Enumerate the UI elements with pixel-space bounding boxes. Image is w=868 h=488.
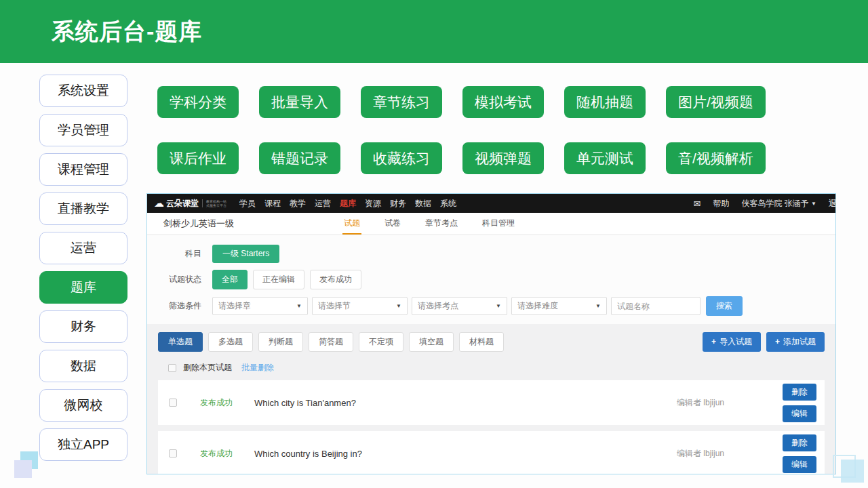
- feature-row-2: 课后作业 错题记录 收藏练习 视频弹题 单元测试 音/视频解析: [157, 142, 829, 174]
- feature-image-video-questions[interactable]: 图片/视频题: [666, 86, 766, 118]
- section-select[interactable]: 请选择节 ▼: [312, 297, 408, 315]
- qtype-short-answer[interactable]: 简答题: [309, 332, 353, 352]
- qtype-true-false[interactable]: 判断题: [258, 332, 303, 352]
- logo: ☁ 云朵课堂 教育机构一站 式服务云平台: [147, 197, 234, 209]
- feature-homework[interactable]: 课后作业: [157, 142, 239, 174]
- logo-name: 云朵课堂: [166, 198, 199, 209]
- bulk-delete-link[interactable]: 批量删除: [241, 362, 274, 373]
- nav-item-students[interactable]: 学员: [239, 198, 256, 209]
- logout-link[interactable]: 退出: [829, 198, 836, 209]
- sidebar-item-system-settings[interactable]: 系统设置: [39, 75, 127, 107]
- sidebar-item-live-teaching[interactable]: 直播教学: [39, 192, 127, 225]
- status-badge: 发布成功: [200, 397, 233, 409]
- chapter-select[interactable]: 请选择章 ▼: [212, 297, 308, 315]
- feature-audio-video-analysis[interactable]: 音/视频解析: [666, 142, 766, 174]
- question-name-input[interactable]: [611, 297, 701, 315]
- condition-label: 筛选条件: [147, 300, 201, 312]
- sidebar-item-data[interactable]: 数据: [39, 350, 127, 382]
- status-filter-row: 试题状态 全部 正在编辑 发布成功: [147, 270, 835, 289]
- plus-icon: +: [775, 337, 780, 346]
- row-actions: 删除 编辑: [783, 384, 816, 422]
- page-title: 系统后台-题库: [52, 16, 202, 47]
- decor-square-bottom-right-fill: [841, 460, 864, 483]
- dropdown-arrow-icon: ▼: [496, 303, 501, 309]
- nav-item-operations[interactable]: 运营: [315, 198, 331, 209]
- editor-label: 编辑者 lbjijun: [677, 448, 724, 460]
- add-question-button[interactable]: +添加试题: [766, 332, 825, 352]
- feature-video-popup-questions[interactable]: 视频弹题: [462, 142, 544, 174]
- question-text: Which country is Beijing in?: [254, 449, 362, 459]
- tab-subject-management[interactable]: 科目管理: [481, 213, 516, 235]
- sidebar-item-micro-school[interactable]: 微网校: [39, 389, 127, 422]
- feature-wrong-question-record[interactable]: 错题记录: [259, 142, 340, 174]
- feature-unit-test[interactable]: 单元测试: [564, 142, 646, 174]
- qtype-material[interactable]: 材料题: [459, 332, 504, 352]
- feature-favorites-practice[interactable]: 收藏练习: [361, 142, 442, 174]
- import-questions-label: 导入试题: [719, 337, 752, 346]
- status-editing-chip[interactable]: 正在编辑: [253, 270, 304, 289]
- decor-square-bottom-left-lavender: [14, 460, 32, 478]
- sidebar-item-standalone-app[interactable]: 独立APP: [39, 428, 127, 461]
- nav-item-courses[interactable]: 课程: [264, 198, 281, 209]
- condition-filter-row: 筛选条件 请选择章 ▼ 请选择节 ▼ 请选择考点 ▼ 请选择难度 ▼ 搜索: [147, 296, 835, 316]
- edit-button[interactable]: 编辑: [783, 456, 816, 473]
- feature-mock-exam[interactable]: 模拟考试: [462, 86, 544, 118]
- nav-item-data[interactable]: 数据: [415, 198, 431, 209]
- sidebar-item-question-bank[interactable]: 题库: [39, 271, 127, 304]
- tab-papers[interactable]: 试卷: [383, 213, 402, 235]
- sidebar-item-finance[interactable]: 财务: [39, 310, 127, 343]
- question-text: Which city is Tian'anmen?: [254, 398, 356, 408]
- tab-questions[interactable]: 试题: [342, 213, 361, 235]
- feature-row-1: 学科分类 批量导入 章节练习 模拟考试 随机抽题 图片/视频题: [157, 86, 829, 118]
- feature-chapter-practice[interactable]: 章节练习: [361, 86, 442, 118]
- edit-button[interactable]: 编辑: [783, 405, 816, 422]
- status-published-chip[interactable]: 发布成功: [310, 270, 361, 289]
- qtype-indefinite[interactable]: 不定项: [359, 332, 403, 352]
- exam-point-select[interactable]: 请选择考点 ▼: [412, 297, 507, 315]
- status-badge: 发布成功: [200, 448, 233, 460]
- delete-button[interactable]: 删除: [783, 384, 816, 401]
- nav-item-system[interactable]: 系统: [440, 198, 456, 209]
- account-menu[interactable]: 侠客岛学院 张涵予 ▼: [741, 198, 816, 209]
- feature-subject-classification[interactable]: 学科分类: [157, 86, 239, 118]
- sidebar-item-course-management[interactable]: 课程管理: [39, 153, 127, 186]
- course-title: 剑桥少儿英语一级: [163, 218, 234, 230]
- plus-icon: +: [711, 337, 716, 346]
- help-link[interactable]: 帮助: [713, 198, 729, 209]
- chevron-down-icon: ▼: [811, 201, 816, 207]
- subject-value-chip[interactable]: 一级 Starters: [212, 245, 279, 263]
- qtype-multiple-choice[interactable]: 多选题: [208, 332, 253, 352]
- row-checkbox[interactable]: [169, 399, 177, 407]
- row-checkbox[interactable]: [169, 449, 177, 458]
- feature-buttons: 学科分类 批量导入 章节练习 模拟考试 随机抽题 图片/视频题 课后作业 错题记…: [157, 86, 829, 199]
- nav-item-resources[interactable]: 资源: [365, 198, 381, 209]
- difficulty-select-value: 请选择难度: [517, 300, 558, 312]
- difficulty-select[interactable]: 请选择难度 ▼: [511, 297, 607, 315]
- question-list-section: 单选题 多选题 判断题 简答题 不定项 填空题 材料题 +导入试题 +添加试题 …: [147, 324, 835, 474]
- feature-random-questions[interactable]: 随机抽题: [564, 86, 646, 118]
- admin-nav-items: 学员 课程 教学 运营 题库 资源 财务 数据 系统: [239, 198, 456, 209]
- admin-nav-right: ✉ 帮助 侠客岛学院 张涵予 ▼ 退出: [693, 198, 836, 209]
- sidebar-item-student-management[interactable]: 学员管理: [39, 114, 127, 146]
- nav-item-finance[interactable]: 财务: [390, 198, 406, 209]
- tab-chapter-points[interactable]: 章节考点: [424, 213, 459, 235]
- bulk-actions-row: 删除本页试题 批量删除: [158, 362, 825, 373]
- subheader-tabs: 试题 试卷 章节考点 科目管理: [342, 213, 516, 235]
- delete-button[interactable]: 删除: [783, 434, 816, 451]
- logo-tagline-line2: 式服务云平台: [206, 203, 226, 207]
- sidebar-item-operations[interactable]: 运营: [39, 232, 127, 264]
- import-questions-button[interactable]: +导入试题: [703, 332, 761, 352]
- mail-icon[interactable]: ✉: [693, 199, 701, 209]
- delete-page-label: 删除本页试题: [183, 362, 232, 373]
- cloud-logo-icon: ☁: [154, 197, 164, 209]
- feature-batch-import[interactable]: 批量导入: [259, 86, 340, 118]
- nav-item-question-bank[interactable]: 题库: [340, 198, 356, 209]
- select-all-checkbox[interactable]: [168, 364, 176, 372]
- sidebar: 系统设置 学员管理 课程管理 直播教学 运营 题库 财务 数据 微网校 独立AP…: [39, 75, 127, 468]
- status-all-chip[interactable]: 全部: [212, 270, 248, 289]
- subject-filter-row: 科目 一级 Starters: [147, 245, 835, 263]
- qtype-fill-blank[interactable]: 填空题: [409, 332, 454, 352]
- search-button[interactable]: 搜索: [706, 296, 743, 316]
- qtype-single-choice[interactable]: 单选题: [158, 332, 203, 352]
- nav-item-teaching[interactable]: 教学: [290, 198, 306, 209]
